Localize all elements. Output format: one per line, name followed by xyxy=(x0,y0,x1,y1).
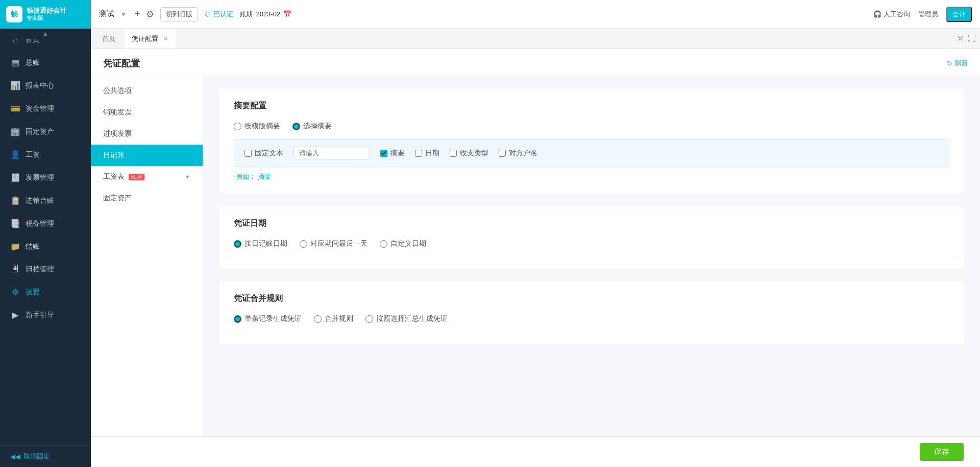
certified-badge: 🛡 已认证 xyxy=(204,10,233,19)
sidebar-item-beginner[interactable]: ▶ 新手引导 xyxy=(0,303,91,326)
summary-section: 摘要配置 按模版摘要 选择摘要 xyxy=(219,88,964,194)
cb-counter-name-input[interactable] xyxy=(499,150,506,157)
salary-icon: 👤 xyxy=(10,150,20,159)
save-button[interactable]: 保存 xyxy=(920,443,964,461)
headset-icon: 🎧 xyxy=(873,10,881,18)
company-name: 测试 xyxy=(99,9,114,19)
nav-item-public[interactable]: 公共选项 xyxy=(91,80,203,102)
sidebar: 畅 畅捷通好会计 专业版 ▲ ⌂ 首页 ▤ 总账 📊 报表中心 💳 资金管理 🏢… xyxy=(0,0,91,467)
radio-custom[interactable]: 自定义日期 xyxy=(380,239,426,248)
fixed-text-input[interactable] xyxy=(293,147,370,159)
archive-icon: 🗄 xyxy=(10,265,20,274)
right-content[interactable]: 摘要配置 按模版摘要 选择摘要 xyxy=(203,76,980,436)
nav-item-salary-table[interactable]: 工资表 NEW ▼ xyxy=(91,166,203,188)
report-icon: 📊 xyxy=(10,81,20,90)
scroll-up-btn[interactable]: ▲ xyxy=(0,29,91,39)
period-value: 2023-02 xyxy=(256,10,280,18)
date-section: 凭证日期 按日记账日期 对应期间最后一天 自定义日期 xyxy=(219,206,964,269)
page-body: 公共选项 销项发票 进项发票 日记账 工资表 NEW ▼ xyxy=(91,76,980,436)
help-button[interactable]: 🎧 人工咨询 xyxy=(873,10,910,19)
settings-gear-icon[interactable]: ⚙ xyxy=(146,9,154,20)
cb-fixed-text-input[interactable] xyxy=(244,150,252,157)
cb-fixed-text[interactable]: 固定文本 xyxy=(244,149,283,158)
sidebar-item-sales-ledger[interactable]: 📋 进销台账 xyxy=(0,189,91,212)
summary-checkbox-row: 固定文本 摘要 日期 收支类型 xyxy=(234,139,949,167)
radio-select[interactable]: 选择摘要 xyxy=(292,122,332,131)
add-button[interactable]: + xyxy=(135,9,140,19)
radio-diary-date-input[interactable] xyxy=(234,240,241,248)
cb-date-input[interactable] xyxy=(415,150,422,157)
sidebar-item-report-center[interactable]: 📊 报表中心 xyxy=(0,74,91,97)
radio-select-merge-input[interactable] xyxy=(365,315,373,323)
radio-period-last-input[interactable] xyxy=(300,240,307,248)
page-title: 凭证配置 xyxy=(103,57,140,69)
cb-income-type-input[interactable] xyxy=(450,150,457,157)
sidebar-item-general-ledger[interactable]: ▤ 总账 xyxy=(0,51,91,74)
radio-diary-date[interactable]: 按日记账日期 xyxy=(234,239,287,248)
cb-counter-name[interactable]: 对方户名 xyxy=(499,149,537,158)
merge-radio-group: 单条记录生成凭证 合并规则 按照选择汇总生成凭证 xyxy=(234,314,949,323)
cb-date[interactable]: 日期 xyxy=(415,149,439,158)
user-label[interactable]: 管理员 xyxy=(918,10,938,19)
cb-income-type[interactable]: 收支类型 xyxy=(450,149,488,158)
merge-section: 凭证合并规则 单条记录生成凭证 合并规则 按照选择汇总生成凭证 xyxy=(219,281,964,344)
cb-summary[interactable]: 摘要 xyxy=(380,149,405,158)
app-name: 畅捷通好会计 xyxy=(27,7,66,15)
switch-version-button[interactable]: 切到旧版 xyxy=(160,7,198,21)
new-badge: NEW xyxy=(129,174,144,180)
capital-icon: 💳 xyxy=(10,104,20,113)
radio-single-input[interactable] xyxy=(234,315,241,323)
cancel-fixed-btn[interactable]: ◀◀ 取消固定 xyxy=(0,445,91,467)
radio-template-input[interactable] xyxy=(234,123,241,130)
radio-merge-rule-input[interactable] xyxy=(314,315,322,323)
close-window-icon[interactable]: ✕ xyxy=(957,34,964,43)
role-button[interactable]: 会计 xyxy=(946,7,972,22)
maximize-icon[interactable]: ⛶ xyxy=(968,34,976,43)
radio-template[interactable]: 按模版摘要 xyxy=(234,122,280,131)
radio-single[interactable]: 单条记录生成凭证 xyxy=(234,314,302,323)
radio-custom-input[interactable] xyxy=(380,240,387,248)
closing-icon: 📁 xyxy=(10,242,20,251)
radio-select-merge[interactable]: 按照选择汇总生成凭证 xyxy=(365,314,448,323)
shield-icon: 🛡 xyxy=(204,10,211,18)
sidebar-item-invoice[interactable]: 🧾 发票管理 xyxy=(0,166,91,189)
nav-item-diary[interactable]: 日记账 xyxy=(91,145,203,166)
date-radio-group: 按日记账日期 对应期间最后一天 自定义日期 xyxy=(234,239,949,248)
period-info: 账期 2023-02 📅 xyxy=(239,10,291,19)
radio-merge-rule[interactable]: 合并规则 xyxy=(314,314,353,323)
sidebar-item-fixed-assets[interactable]: 🏢 固定资产 xyxy=(0,120,91,143)
nav-item-sales[interactable]: 销项发票 xyxy=(91,102,203,123)
sidebar-item-salary[interactable]: 👤 工资 xyxy=(0,143,91,166)
tab-voucher-config[interactable]: 凭证配置 ✕ xyxy=(125,29,176,49)
nav-item-fixed-assets[interactable]: 固定资产 xyxy=(91,188,203,209)
page-container: 凭证配置 ↻ 刷新 公共选项 销项发票 进项发票 日记账 xyxy=(91,49,980,467)
company-dropdown-icon[interactable]: ▼ xyxy=(120,11,127,18)
app-sub: 专业版 xyxy=(27,14,66,22)
sub-arrow-icon: ▼ xyxy=(185,174,190,180)
sidebar-item-capital[interactable]: 💳 资金管理 xyxy=(0,97,91,120)
tabbar: 首页 凭证配置 ✕ ✕ ⛶ xyxy=(91,29,980,49)
close-tab-icon[interactable]: ✕ xyxy=(163,35,168,42)
settings-icon: ⚙ xyxy=(10,287,20,297)
tab-home[interactable]: 首页 xyxy=(95,29,122,49)
assets-icon: 🏢 xyxy=(10,127,20,136)
invoice-icon: 🧾 xyxy=(10,173,20,182)
sidebar-item-closing[interactable]: 📁 结账 xyxy=(0,235,91,258)
pin-icon: ◀◀ xyxy=(10,453,20,460)
cb-summary-input[interactable] xyxy=(380,150,387,157)
sidebar-item-archive[interactable]: 🗄 归档管理 xyxy=(0,258,91,281)
main-area: 测试 ▼ + ⚙ 切到旧版 🛡 已认证 账期 2023-02 📅 🎧 人工咨询 … xyxy=(91,0,980,467)
calendar-icon[interactable]: 📅 xyxy=(283,10,291,18)
example-text: 例如： 摘要 xyxy=(234,172,949,181)
topbar: 测试 ▼ + ⚙ 切到旧版 🛡 已认证 账期 2023-02 📅 🎧 人工咨询 … xyxy=(91,0,980,29)
page-header: 凭证配置 ↻ 刷新 xyxy=(91,49,980,76)
tax-icon: 📑 xyxy=(10,219,20,228)
radio-period-last[interactable]: 对应期间最后一天 xyxy=(300,239,368,248)
sidebar-item-settings[interactable]: ⚙ 设置 xyxy=(0,281,91,303)
nav-item-purchase[interactable]: 进项发票 xyxy=(91,123,203,145)
sidebar-item-tax[interactable]: 📑 税务管理 xyxy=(0,212,91,235)
radio-select-input[interactable] xyxy=(292,123,300,130)
refresh-button[interactable]: ↻ 刷新 xyxy=(947,59,968,68)
summary-radio-group: 按模版摘要 选择摘要 xyxy=(234,122,949,131)
ledger-icon: ▤ xyxy=(10,58,20,67)
